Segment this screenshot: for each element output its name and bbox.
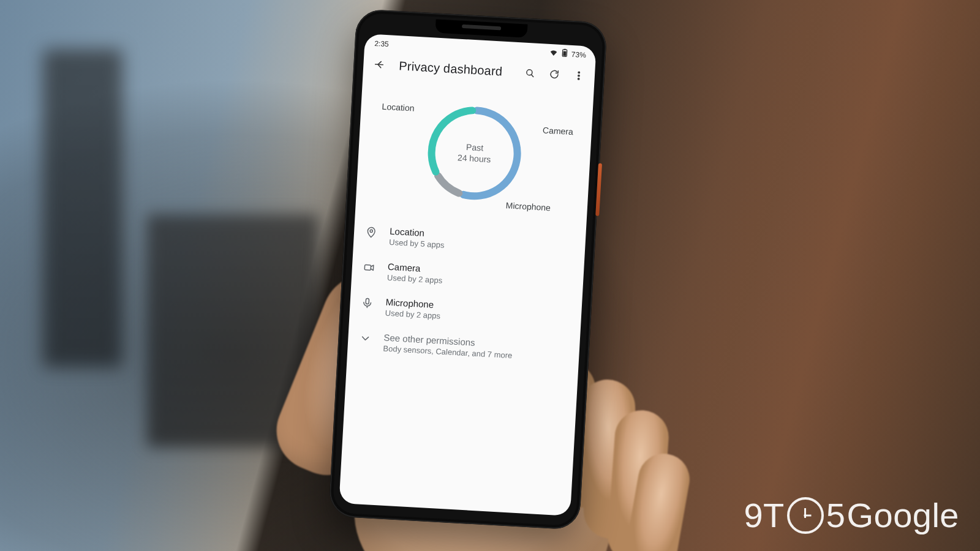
screen: 2:35 73% Privacy dashboard — [339, 34, 596, 516]
wm-brand: Google — [846, 495, 959, 535]
search-button[interactable] — [518, 61, 541, 84]
refresh-button[interactable] — [543, 62, 566, 86]
row-title: Microphone — [385, 297, 441, 310]
donut-label-microphone: Microphone — [505, 200, 551, 212]
battery-text: 73% — [571, 50, 586, 59]
permission-list: Location Used by 5 apps Camera Used by 2… — [347, 214, 587, 372]
wm-left: 9T — [744, 495, 784, 535]
row-subtitle: Used by 5 apps — [389, 238, 445, 250]
microphone-icon — [360, 296, 375, 309]
power-button[interactable] — [595, 163, 602, 216]
svg-point-6 — [578, 78, 579, 80]
camera-icon — [361, 261, 377, 274]
watermark: 9T 5 Google — [744, 495, 959, 535]
wm-mid: 5 — [826, 495, 846, 535]
row-subtitle: Used by 2 apps — [387, 273, 443, 285]
battery-icon — [561, 48, 568, 59]
row-title: Location — [390, 226, 445, 239]
row-title: Camera — [388, 261, 443, 275]
svg-rect-2 — [563, 51, 566, 56]
chevron-down-icon — [358, 332, 373, 345]
wifi-icon — [549, 48, 558, 58]
svg-rect-1 — [564, 49, 566, 50]
svg-point-4 — [578, 72, 580, 73]
phone-frame: 2:35 73% Privacy dashboard — [328, 9, 608, 530]
donut-label-camera: Camera — [543, 125, 574, 137]
row-subtitle: Used by 2 apps — [385, 309, 440, 321]
clock-text: 2:35 — [374, 39, 389, 48]
donut-label-location: Location — [382, 102, 415, 113]
back-button[interactable] — [368, 53, 391, 76]
svg-rect-9 — [366, 298, 369, 304]
center-line-2: 24 hours — [457, 152, 491, 165]
overflow-button[interactable] — [567, 64, 590, 88]
location-icon — [364, 225, 379, 238]
page-title: Privacy dashboard — [399, 59, 511, 79]
svg-point-5 — [578, 75, 580, 77]
donut-center: Past 24 hours — [457, 141, 491, 165]
svg-rect-8 — [364, 264, 371, 270]
photo-scene: 2:35 73% Privacy dashboard — [0, 0, 980, 551]
clock-icon — [787, 497, 824, 534]
usage-donut: Past 24 hours Location Camera Microphone — [355, 80, 594, 227]
svg-point-7 — [370, 230, 372, 232]
